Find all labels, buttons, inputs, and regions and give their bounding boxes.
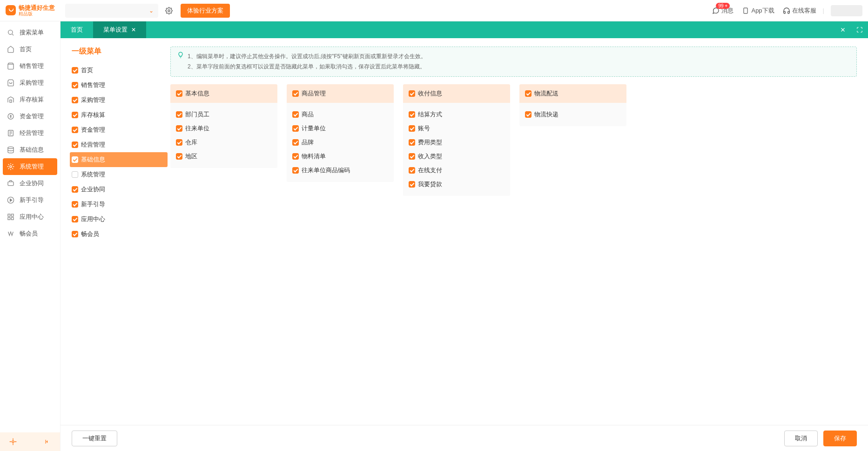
sidebar-item-0[interactable]: 搜索菜单 [0, 24, 60, 41]
checkbox[interactable] [409, 90, 415, 97]
sidebar-item-1[interactable]: 首页 [0, 41, 60, 58]
sidebar-item-4[interactable]: 库存核算 [0, 91, 60, 108]
checkbox[interactable] [292, 90, 299, 97]
user-avatar[interactable] [831, 5, 862, 16]
card-header[interactable]: 物流配送 [519, 84, 626, 103]
primary-menu-item-11[interactable]: 畅会员 [70, 227, 168, 242]
checkbox[interactable] [292, 111, 299, 118]
card-header[interactable]: 商品管理 [287, 84, 394, 103]
sidebar-item-10[interactable]: 新手引导 [0, 192, 60, 209]
primary-menu-item-4[interactable]: 资金管理 [70, 122, 168, 137]
menu-sub-item[interactable]: 费用类型 [409, 135, 505, 149]
menu-sub-label: 地区 [185, 152, 197, 161]
checkbox[interactable] [72, 82, 78, 88]
primary-menu-item-7[interactable]: 系统管理 [70, 167, 168, 182]
messages-link[interactable]: 99 + 消息 [712, 7, 733, 15]
menu-sub-item[interactable]: 在线支付 [409, 163, 505, 177]
sidebar-item-6[interactable]: 经营管理 [0, 125, 60, 141]
checkbox[interactable] [525, 90, 532, 97]
menu-sub-item[interactable]: 物流快递 [525, 108, 621, 121]
checkbox[interactable] [72, 67, 78, 74]
checkbox[interactable] [292, 167, 299, 174]
checkbox[interactable] [409, 167, 415, 174]
checkbox[interactable] [72, 156, 78, 163]
checkbox[interactable] [72, 141, 78, 148]
logo-icon [6, 5, 16, 15]
menu-sub-item[interactable]: 地区 [176, 149, 272, 163]
checkbox[interactable] [409, 153, 415, 160]
checkbox[interactable] [72, 97, 78, 103]
sidebar-item-5[interactable]: 资金管理 [0, 108, 60, 125]
sidebar-item-11[interactable]: 应用中心 [0, 209, 60, 225]
checkbox[interactable] [72, 231, 78, 237]
primary-menu-item-2[interactable]: 采购管理 [70, 93, 168, 108]
checkbox[interactable] [72, 186, 78, 193]
promo-button[interactable]: 体验行业方案 [181, 4, 230, 18]
primary-menu-item-10[interactable]: 应用中心 [70, 212, 168, 227]
sidebar-item-2[interactable]: 销售管理 [0, 58, 60, 74]
menu-item-label: 首页 [81, 66, 93, 74]
cancel-button[interactable]: 取消 [784, 431, 818, 446]
menu-sub-item[interactable]: 往来单位商品编码 [292, 163, 388, 177]
checkbox[interactable] [72, 171, 78, 178]
primary-menu-item-8[interactable]: 企业协同 [70, 182, 168, 197]
menu-sub-item[interactable]: 仓库 [176, 135, 272, 149]
settings-button[interactable] [162, 4, 176, 18]
menu-sub-item[interactable]: 部门员工 [176, 108, 272, 121]
menu-sub-item[interactable]: 结算方式 [409, 108, 505, 121]
checkbox[interactable] [292, 125, 299, 132]
checkbox[interactable] [409, 139, 415, 146]
checkbox[interactable] [72, 112, 78, 118]
close-all-tabs-button[interactable] [834, 21, 851, 38]
primary-menu-item-1[interactable]: 销售管理 [70, 78, 168, 93]
sidebar-item-12[interactable]: 畅会员 [0, 225, 60, 242]
menu-sub-item[interactable]: 往来单位 [176, 121, 272, 135]
tab-1[interactable]: 菜单设置✕ [93, 21, 146, 38]
checkbox[interactable] [72, 127, 78, 133]
card-header[interactable]: 收付信息 [403, 84, 510, 103]
checkbox[interactable] [72, 201, 78, 208]
primary-menu-item-5[interactable]: 经营管理 [70, 137, 168, 152]
messages-badge: 99 + [716, 3, 730, 9]
checkbox[interactable] [409, 181, 415, 188]
checkbox[interactable] [409, 111, 415, 118]
checkbox[interactable] [176, 153, 182, 160]
app-download-link[interactable]: App下载 [742, 7, 774, 15]
checkbox[interactable] [525, 111, 532, 118]
primary-menu-item-0[interactable]: 首页 [70, 63, 168, 78]
menu-sub-item[interactable]: 计量单位 [292, 121, 388, 135]
menu-sub-item[interactable]: 物料清单 [292, 149, 388, 163]
tab-0[interactable]: 首页 [61, 21, 93, 38]
checkbox[interactable] [409, 125, 415, 132]
primary-menu-item-9[interactable]: 新手引导 [70, 197, 168, 212]
save-button[interactable]: 保存 [823, 431, 857, 446]
menu-sub-label: 我要贷款 [418, 180, 442, 188]
menu-sub-item[interactable]: 品牌 [292, 135, 388, 149]
primary-menu-item-6[interactable]: 基础信息 [70, 152, 168, 167]
sidebar-item-3[interactable]: 采购管理 [0, 74, 60, 91]
menu-sub-item[interactable]: 收入类型 [409, 149, 505, 163]
sidebar-item-8[interactable]: 系统管理 [3, 158, 57, 175]
collapse-icon[interactable] [43, 438, 51, 445]
card-header[interactable]: 基本信息 [170, 84, 277, 103]
tab-close-icon[interactable]: ✕ [131, 27, 136, 33]
primary-menu-item-3[interactable]: 库存核算 [70, 108, 168, 122]
fullscreen-button[interactable] [851, 21, 868, 38]
checkbox[interactable] [292, 153, 299, 160]
reset-button[interactable]: 一键重置 [72, 431, 117, 446]
sidebar-item-9[interactable]: 企业协同 [0, 175, 60, 192]
checkbox[interactable] [176, 125, 182, 132]
menu-sub-item[interactable]: 账号 [409, 121, 505, 135]
checkbox[interactable] [176, 139, 182, 146]
support-link[interactable]: 在线客服 [783, 7, 816, 15]
checkbox[interactable] [176, 90, 182, 97]
org-selector[interactable]: ⌄ [65, 4, 158, 18]
checkbox[interactable] [176, 111, 182, 118]
menu-sub-item[interactable]: 我要贷款 [409, 177, 505, 191]
menu-sub-label: 费用类型 [418, 138, 442, 147]
checkbox[interactable] [72, 216, 78, 222]
settings-icon[interactable] [9, 438, 17, 445]
menu-sub-item[interactable]: 商品 [292, 108, 388, 121]
sidebar-item-7[interactable]: 基础信息 [0, 141, 60, 158]
checkbox[interactable] [292, 139, 299, 146]
